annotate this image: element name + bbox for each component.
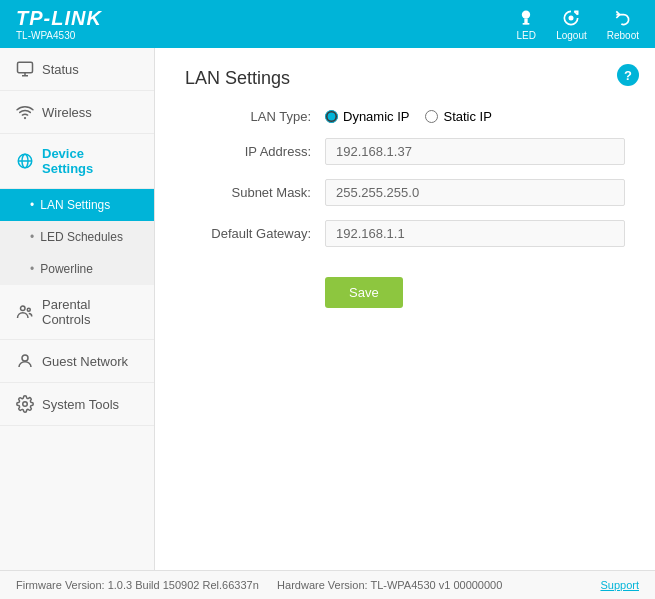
logout-button[interactable]: Logout — [556, 8, 587, 41]
ip-address-label: IP Address: — [185, 144, 325, 159]
footer: Firmware Version: 1.0.3 Build 150902 Rel… — [0, 570, 655, 599]
monitor-icon — [16, 60, 34, 78]
ip-address-input[interactable] — [325, 138, 625, 165]
guest-icon — [16, 352, 34, 370]
subnet-mask-input[interactable] — [325, 179, 625, 206]
lan-type-control: Dynamic IP Static IP — [325, 109, 625, 124]
wifi-icon — [16, 103, 34, 121]
sidebar-subitem-led-schedules[interactable]: LED Schedules — [0, 221, 154, 253]
svg-rect-1 — [524, 18, 527, 22]
logo-text: TP-LINK — [16, 7, 102, 30]
header-icons: LED Logout Reboot — [516, 8, 639, 41]
page-title: LAN Settings — [185, 68, 625, 89]
svg-point-8 — [21, 306, 26, 311]
save-button[interactable]: Save — [325, 277, 403, 308]
default-gateway-label: Default Gateway: — [185, 226, 325, 241]
lan-settings-form: LAN Type: Dynamic IP Static IP IP Addres… — [185, 109, 625, 247]
logo-model: TL-WPA4530 — [16, 30, 102, 41]
subnet-mask-label: Subnet Mask: — [185, 185, 325, 200]
dynamic-ip-radio[interactable] — [325, 110, 338, 123]
static-ip-option[interactable]: Static IP — [425, 109, 491, 124]
svg-point-9 — [27, 308, 30, 311]
svg-point-5 — [24, 117, 26, 119]
ip-address-control — [325, 138, 625, 165]
svg-point-11 — [23, 402, 28, 407]
firmware-info: Firmware Version: 1.0.3 Build 150902 Rel… — [16, 579, 502, 591]
subnet-mask-control — [325, 179, 625, 206]
svg-point-10 — [22, 355, 28, 361]
dynamic-ip-option[interactable]: Dynamic IP — [325, 109, 409, 124]
content-area: ? LAN Settings LAN Type: Dynamic IP Stat… — [155, 48, 655, 570]
lan-type-label: LAN Type: — [185, 109, 325, 124]
sidebar-item-system-tools[interactable]: System Tools — [0, 383, 154, 426]
sidebar-submenu-device-settings: LAN Settings LED Schedules Powerline — [0, 189, 154, 285]
svg-point-3 — [569, 15, 574, 20]
reboot-icon — [613, 8, 633, 28]
sidebar-subitem-lan-settings[interactable]: LAN Settings — [0, 189, 154, 221]
logo-area: TP-LINK TL-WPA4530 — [16, 7, 102, 41]
sidebar-item-status[interactable]: Status — [0, 48, 154, 91]
logout-icon — [561, 8, 581, 28]
sidebar: Status Wireless Device Settings LAN S — [0, 48, 155, 570]
sidebar-item-wireless[interactable]: Wireless — [0, 91, 154, 134]
save-section: Save — [185, 267, 625, 308]
default-gateway-row: Default Gateway: — [185, 220, 625, 247]
globe-icon — [16, 152, 34, 170]
main-layout: Status Wireless Device Settings LAN S — [0, 48, 655, 570]
ip-address-row: IP Address: — [185, 138, 625, 165]
support-link[interactable]: Support — [600, 579, 639, 591]
lan-type-row: LAN Type: Dynamic IP Static IP — [185, 109, 625, 124]
subnet-mask-row: Subnet Mask: — [185, 179, 625, 206]
svg-point-0 — [522, 10, 530, 18]
sidebar-subitem-powerline[interactable]: Powerline — [0, 253, 154, 285]
sidebar-item-parental-controls[interactable]: Parental Controls — [0, 285, 154, 340]
sidebar-item-guest-network[interactable]: Guest Network — [0, 340, 154, 383]
reboot-button[interactable]: Reboot — [607, 8, 639, 41]
gear-icon — [16, 395, 34, 413]
led-button[interactable]: LED — [516, 8, 536, 41]
help-button[interactable]: ? — [617, 64, 639, 86]
default-gateway-control — [325, 220, 625, 247]
static-ip-label: Static IP — [443, 109, 491, 124]
default-gateway-input[interactable] — [325, 220, 625, 247]
led-icon — [516, 8, 536, 28]
parental-icon — [16, 303, 34, 321]
header: TP-LINK TL-WPA4530 LED Logout — [0, 0, 655, 48]
static-ip-radio[interactable] — [425, 110, 438, 123]
svg-rect-2 — [523, 23, 530, 25]
svg-rect-4 — [18, 62, 33, 73]
dynamic-ip-label: Dynamic IP — [343, 109, 409, 124]
sidebar-item-device-settings[interactable]: Device Settings — [0, 134, 154, 189]
